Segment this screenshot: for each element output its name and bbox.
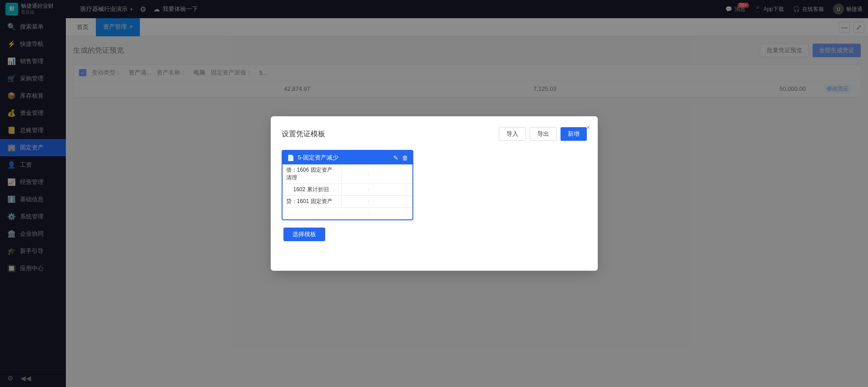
template-cell-4-label [283, 212, 342, 215]
template-delete-icon[interactable]: 🗑 [402, 154, 408, 161]
modal-close-button[interactable]: × [586, 124, 590, 132]
export-button[interactable]: 导出 [530, 127, 557, 141]
modal-overlay: 设置凭证模板 导入 导出 新增 × 📄 5-固定资产减少 ✎ 🗑 [0, 0, 868, 387]
template-cell-2-label: 1602 累计折旧 [283, 184, 342, 195]
template-cell-2-col1 [342, 188, 369, 192]
template-cell-3-col1 [342, 200, 369, 203]
template-cell-4-col1 [342, 212, 369, 215]
template-cell-3-col2 [369, 200, 412, 203]
template-title: 5-固定资产减少 [298, 154, 390, 162]
template-cell-1-label: 借：1606 固定资产清理 [283, 164, 342, 184]
template-cell-1-col2 [369, 172, 412, 176]
template-row-2: 1602 累计折旧 [283, 184, 412, 196]
template-cell-1-col1 [342, 172, 369, 176]
template-cell-4-col2 [369, 212, 412, 215]
voucher-template-modal: 设置凭证模板 导入 导出 新增 × 📄 5-固定资产减少 ✎ 🗑 [271, 116, 598, 271]
template-cell-3-label: 贷：1601 固定资产 [283, 196, 342, 207]
template-card-header: 📄 5-固定资产减少 ✎ 🗑 [283, 151, 412, 164]
template-row-3: 贷：1601 固定资产 [283, 196, 412, 208]
template-card: 📄 5-固定资产减少 ✎ 🗑 借：1606 固定资产清理 [282, 150, 413, 220]
template-cell-2-col2 [369, 188, 412, 192]
template-edit-icon[interactable]: ✎ [393, 154, 398, 161]
template-row-4 [283, 208, 412, 219]
template-row-1: 借：1606 固定资产清理 [283, 164, 412, 184]
modal-title: 设置凭证模板 [282, 129, 325, 139]
template-doc-icon: 📄 [287, 154, 294, 161]
select-template-button[interactable]: 选择模板 [283, 228, 325, 241]
import-button[interactable]: 导入 [499, 127, 526, 141]
template-card-body: 借：1606 固定资产清理 1602 累计折旧 贷：1601 固定资 [283, 164, 412, 219]
new-button[interactable]: 新增 [560, 127, 587, 141]
